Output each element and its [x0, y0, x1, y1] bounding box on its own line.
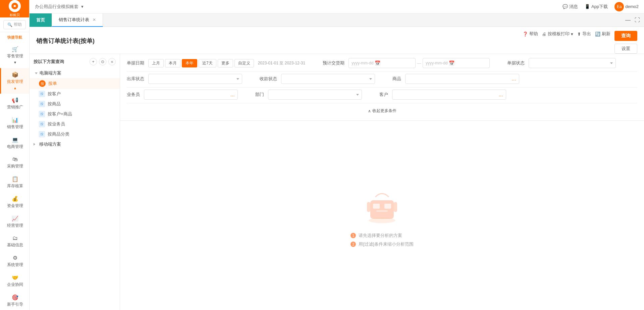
date-btn-this-year[interactable]: 本年 [182, 59, 197, 67]
export-label: 导出 [582, 31, 591, 37]
mobile-schemes-expand-icon [34, 143, 35, 146]
tree-item-by-order[interactable]: 按 按单 [30, 78, 120, 89]
sidebar-item-sales[interactable]: 📊 销售管理 [0, 113, 29, 133]
user-menu[interactable]: Ea demo2 [614, 2, 639, 11]
tab-home-label: 首页 [36, 17, 45, 23]
date-dash: — [417, 61, 421, 66]
sidebar-item-system[interactable]: ⚙ 系统管理 [0, 251, 29, 271]
department-select[interactable] [268, 90, 362, 100]
delivery-start-input[interactable]: yyyy-mm-dd 📅 [348, 58, 416, 68]
sidebar-item-inventory[interactable]: 📋 库存核算 [0, 172, 29, 192]
date-btn-last-month[interactable]: 上月 [148, 59, 164, 67]
topbar: 办公用品行业模拟账套 ▾ 💬 消息 📱 App下载 Ea demo2 [30, 0, 644, 13]
topbar-title: 办公用品行业模拟账套 [35, 4, 78, 10]
sidebar-item-retail[interactable]: 🛒 零售管理 ▾ [0, 43, 29, 68]
quick-nav-label[interactable]: 快捷导航 [0, 32, 29, 43]
template-print-arrow: ▾ [571, 32, 573, 37]
settings-button[interactable]: 设置 [614, 44, 637, 54]
tree-item-by-salesperson[interactable]: 按 按业务员 [30, 119, 120, 129]
salesperson-ellipsis-icon[interactable]: … [230, 92, 235, 97]
tree-item-by-category[interactable]: 按 按商品分类 [30, 129, 120, 139]
sidebar-item-purchase[interactable]: 🛍 采购管理 [0, 153, 29, 172]
empty-step-2: 2 用[过滤]条件来缩小分析范围 [351, 241, 413, 247]
topbar-dropdown[interactable]: ▾ [81, 4, 84, 9]
delivery-end-calendar-icon[interactable]: 📅 [449, 60, 454, 66]
sidebar-item-marketing[interactable]: 📢 营销推广 [0, 94, 29, 113]
goods-label: 商品 [392, 76, 401, 82]
settings-scheme-button[interactable]: ⊙ [99, 58, 106, 65]
search-menu-button[interactable]: 🔍 帮助 [3, 20, 26, 29]
sidebar-item-ecommerce[interactable]: 💻 电商管理 [0, 133, 29, 153]
tab-minimize-button[interactable]: — [624, 16, 632, 24]
tab-sales-order-stats[interactable]: 销售订单统计表 ✕ [52, 13, 103, 27]
tree-pc-schemes[interactable]: 电脑端方案 [30, 68, 120, 78]
single-status-select[interactable] [529, 58, 616, 68]
avatar-text: Ea [617, 4, 622, 9]
main-area: 办公用品行业模拟账套 ▾ 💬 消息 📱 App下载 Ea demo2 [30, 0, 644, 310]
empty-text: 1 请先选择要分析的方案 2 用[过滤]条件来缩小分析范围 [351, 232, 413, 247]
add-scheme-button[interactable]: + [90, 58, 97, 65]
delivery-start-calendar-icon[interactable]: 📅 [375, 60, 380, 66]
sidebar-item-operations[interactable]: 📈 经营管理 [0, 212, 29, 232]
left-panel-tools: + ⊙ « [90, 58, 116, 65]
out-status-label: 出库状态 [127, 76, 144, 82]
tree-item-by-customer-goods[interactable]: 按 按客户+商品 [30, 109, 120, 119]
refresh-icon: 🔄 [595, 32, 600, 37]
goods-ellipsis-icon[interactable]: … [512, 76, 516, 82]
finance-icon: 💰 [12, 196, 18, 202]
tab-home[interactable]: 首页 [30, 13, 52, 27]
tree-item-by-customer[interactable]: 按 按客户 [30, 89, 120, 99]
search-label: 帮助 [14, 22, 22, 28]
tree-mobile-schemes[interactable]: 移动端方案 [30, 139, 120, 149]
goods-select[interactable]: … [405, 74, 519, 84]
salesperson-select[interactable]: … [144, 90, 238, 100]
topbar-right: 💬 消息 📱 App下载 Ea demo2 [562, 2, 639, 11]
sidebar-item-basic-info[interactable]: 🗂 基础信息 [0, 232, 29, 251]
collect-status-select[interactable] [281, 74, 375, 84]
export-action[interactable]: ⬆ 导出 [577, 31, 591, 37]
filter-row-1: 单据日期 上月 本月 本年 近7天 更多 自定义 2023-01-01 至 20… [127, 58, 637, 68]
date-btn-last-7days[interactable]: 近7天 [199, 59, 216, 67]
tab-close-icon[interactable]: ✕ [93, 17, 96, 22]
sidebar-item-newbie-label: 新手引导 [7, 302, 23, 307]
collect-status-arrow [369, 78, 372, 80]
date-btn-custom[interactable]: 自定义 [234, 59, 254, 67]
by-salesperson-label: 按业务员 [48, 121, 65, 127]
tree-item-by-goods[interactable]: 按 按商品 [30, 99, 120, 109]
collapse-panel-button[interactable]: « [108, 58, 116, 65]
empty-step-1: 1 请先选择要分析的方案 [351, 232, 413, 239]
user-name: demo2 [625, 4, 639, 9]
system-icon: ⚙ [13, 255, 17, 261]
tab-sales-order-stats-label: 销售订单统计表 [59, 17, 89, 23]
search-icon: 🔍 [7, 22, 12, 27]
date-btn-this-month[interactable]: 本月 [165, 59, 180, 67]
refresh-action[interactable]: 🔄 刷新 [595, 31, 610, 37]
tab-maximize-button[interactable]: ⛶ [633, 16, 641, 24]
help-action[interactable]: ❓ 帮助 [523, 31, 538, 37]
collapse-label: 收起更多条件 [372, 108, 396, 114]
customer-label: 客户 [379, 92, 388, 98]
collapse-filter-button[interactable]: ∧ 收起更多条件 [127, 105, 637, 116]
customer-ellipsis-icon[interactable]: … [498, 92, 503, 97]
refresh-label: 刷新 [602, 31, 610, 37]
date-btn-more[interactable]: 更多 [218, 59, 233, 67]
message-button[interactable]: 💬 消息 [562, 4, 578, 10]
ecommerce-icon: 💻 [12, 137, 18, 143]
sidebar-item-enterprise-label: 企业协同 [7, 282, 23, 288]
sidebar-item-newbie[interactable]: 🎯 新手引导 [0, 291, 29, 310]
sidebar-item-finance[interactable]: 💰 资金管理 [0, 192, 29, 212]
page-header-actions: ❓ 帮助 🖨 按模板打印 ▾ ⬆ 导出 🔄 刷新 [523, 31, 610, 37]
by-goods-icon: 按 [39, 101, 45, 107]
marketing-icon: 📢 [12, 97, 18, 103]
delivery-end-input[interactable]: yyyy-mm-dd 📅 [423, 58, 490, 68]
template-print-action[interactable]: 🖨 按模板打印 ▾ [542, 31, 573, 37]
sidebar-item-basic-info-label: 基础信息 [7, 242, 23, 248]
out-status-select[interactable] [148, 74, 242, 84]
query-button[interactable]: 查询 [614, 31, 637, 41]
by-customer-goods-icon: 按 [39, 111, 45, 117]
customer-select[interactable]: … [392, 90, 506, 100]
sidebar-item-enterprise[interactable]: 🤝 企业协同 [0, 271, 29, 291]
app-download-button[interactable]: 📱 App下载 [585, 4, 608, 10]
sidebar-item-wholesale[interactable]: 📦 批发管理 ▴ [0, 68, 29, 94]
topbar-left: 办公用品行业模拟账套 ▾ [35, 4, 84, 10]
